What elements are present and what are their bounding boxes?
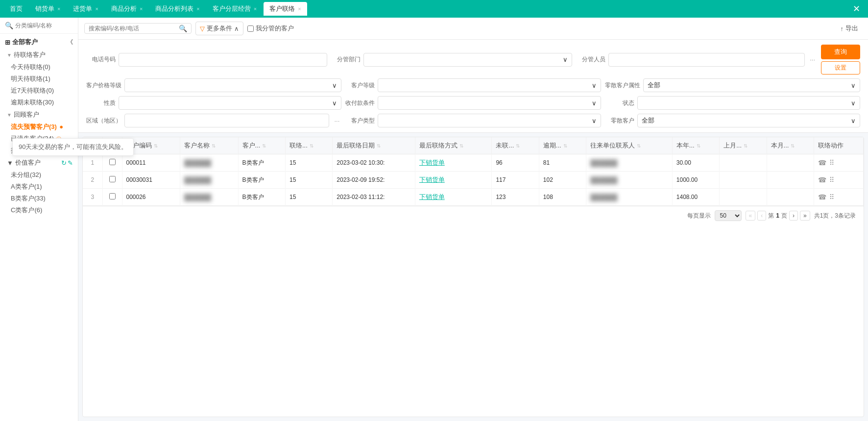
table-row: 1 000011 ██████ B类客户 15 2023-03-02 10:30… — [83, 154, 864, 172]
tab-product-analysis-close[interactable]: × — [140, 6, 143, 12]
th-no-contact[interactable]: 未联...⇅ — [492, 137, 539, 154]
th-overdue[interactable]: 逾期...⇅ — [539, 137, 586, 154]
current-page: 1 — [776, 212, 779, 219]
sidebar-item-a-class[interactable]: A类客户(1) — [0, 181, 78, 193]
filter-price-level-select[interactable]: ∨ — [124, 78, 341, 92]
sidebar-item-overdue[interactable]: 逾期未联络(30) — [0, 97, 78, 108]
sidebar-item-churn-warning[interactable]: 流失预警客户(3) ● — [0, 121, 78, 133]
chevron-down-icon5: ∨ — [332, 99, 337, 107]
table-body: 1 000011 ██████ B类客户 15 2023-03-02 10:30… — [83, 154, 864, 206]
th-this-month[interactable]: 本月...⇅ — [767, 137, 814, 154]
tab-sales[interactable]: 销货单 × — [29, 2, 66, 16]
setting-button[interactable]: 设置 — [821, 61, 860, 74]
sidebar-search-input[interactable] — [15, 22, 78, 29]
filter-scatter-attr-select[interactable]: 全部 ∨ — [643, 78, 860, 92]
filter-person-dots[interactable]: ··· — [808, 56, 817, 63]
tab-home[interactable]: 首页 — [4, 2, 28, 16]
tab-product-list[interactable]: 商品分析列表 × — [149, 2, 205, 16]
sidebar-item-ungrouped[interactable]: 未分组(32) — [0, 169, 78, 181]
cell-checkbox-1[interactable] — [102, 172, 122, 189]
top-tab-bar: 首页 销货单 × 进货单 × 商品分析 × 商品分析列表 × 客户分层经营 × … — [0, 0, 868, 18]
filter-nature-select[interactable]: ∨ — [119, 96, 341, 110]
more-filter-button[interactable]: ▽ 更多条件 ∧ — [195, 22, 243, 35]
filter-dept-select[interactable]: ∨ — [363, 53, 572, 67]
action-phone-icon-2[interactable]: ☎ — [818, 193, 826, 201]
filter-price-level-label: 客户价格等级 — [86, 81, 121, 90]
tab-customer-segment[interactable]: 客户分层经营 × — [207, 2, 263, 16]
window-close-button[interactable]: ✕ — [849, 3, 864, 14]
first-page-button[interactable]: « — [746, 211, 756, 221]
sidebar-item-today[interactable]: 今天待联络(0) — [0, 61, 78, 73]
th-contact-count[interactable]: 联络...⇅ — [285, 137, 332, 154]
last-page-button[interactable]: » — [800, 211, 810, 221]
filter-phone-input[interactable] — [119, 53, 327, 67]
action-more-icon-1[interactable]: ⠿ — [829, 176, 834, 184]
search-input[interactable] — [89, 25, 177, 32]
export-button[interactable]: ↑ 导出 — [837, 22, 863, 35]
th-this-year[interactable]: 本年...⇅ — [672, 137, 719, 154]
cell-overdue-2: 108 — [539, 189, 586, 206]
sidebar-collapse-icon[interactable]: 《 — [67, 38, 73, 47]
sidebar-group-value[interactable]: ▼ 价值客户 ↻ ✎ — [0, 156, 78, 169]
th-name[interactable]: 客户名称⇅ — [180, 137, 239, 154]
sidebar-item-c-class[interactable]: C类客户(6) — [0, 204, 78, 216]
chevron-up-icon: ∧ — [234, 25, 239, 32]
edit-icon[interactable]: ✎ — [68, 159, 73, 167]
cell-last-method-2[interactable]: 下销货单 — [415, 189, 492, 206]
my-customers-checkbox-label[interactable]: 我分管的客户 — [247, 24, 294, 33]
th-last-date[interactable]: 最后联络日期⇅ — [333, 137, 415, 154]
th-last-month[interactable]: 上月...⇅ — [720, 137, 767, 154]
action-phone-icon-0[interactable]: ☎ — [818, 159, 826, 167]
cell-checkbox-2[interactable] — [102, 189, 122, 206]
th-last-method[interactable]: 最后联络方式⇅ — [415, 137, 492, 154]
table-header-row: ⚙ 客户编码⇅ 客户名称⇅ 客户...⇅ 联络...⇅ — [83, 137, 864, 154]
th-action: 联络动作 — [814, 137, 863, 154]
cell-last-method-1[interactable]: 下销货单 — [415, 172, 492, 189]
next-page-button[interactable]: › — [789, 211, 798, 221]
tab-product-analysis[interactable]: 商品分析 × — [105, 2, 148, 16]
filter-customer-level-select[interactable]: ∨ — [378, 78, 601, 92]
sidebar-item-7days[interactable]: 近7天待联络(0) — [0, 85, 78, 97]
refresh-icon[interactable]: ↻ — [61, 159, 67, 167]
all-customers-header[interactable]: ⊞ 全部客户 《 — [0, 34, 78, 49]
cell-overdue-1: 102 — [539, 172, 586, 189]
sort-icon-contact: ⇅ — [310, 143, 313, 149]
tab-customer-segment-close[interactable]: × — [254, 6, 257, 12]
content-area: 🔍 ▽ 更多条件 ∧ 我分管的客户 ↑ 导出 电话号码 — [78, 18, 868, 421]
filter-region-select[interactable] — [124, 114, 329, 127]
action-phone-icon-1[interactable]: ☎ — [818, 176, 826, 184]
sidebar-item-b-class[interactable]: B类客户(33) — [0, 193, 78, 204]
cell-last-date-0: 2023-03-02 10:30: — [333, 154, 415, 172]
chevron-down-icon3: ∨ — [592, 82, 597, 89]
sidebar-group-review[interactable]: ▼ 回顾客户 — [0, 108, 78, 121]
filter-customer-type: 客户类型 ∨ — [345, 114, 601, 127]
filter-payment-select[interactable]: ∨ — [378, 96, 601, 110]
filter-customer-type-select[interactable]: ∨ — [378, 114, 601, 127]
action-more-icon-2[interactable]: ⠿ — [829, 193, 834, 201]
cell-checkbox-0[interactable] — [102, 154, 122, 172]
th-type[interactable]: 客户...⇅ — [238, 137, 285, 154]
tab-purchase-close[interactable]: × — [95, 6, 98, 12]
filter-scatter-customer-select[interactable]: 全部 ∨ — [637, 114, 860, 127]
page-size-select[interactable]: 50 100 — [715, 210, 742, 221]
filter-status-select[interactable]: ∨ — [637, 96, 860, 110]
prev-page-button[interactable]: ‹ — [757, 211, 766, 221]
tab-customer-contact-close[interactable]: × — [298, 6, 301, 12]
my-customers-checkbox[interactable] — [247, 25, 254, 32]
tab-product-list-label: 商品分析列表 — [155, 4, 193, 13]
tab-purchase[interactable]: 进货单 × — [67, 2, 104, 16]
query-button[interactable]: 查询 — [821, 45, 860, 59]
cell-last-method-0[interactable]: 下销货单 — [415, 154, 492, 172]
value-group-actions: ↻ ✎ — [61, 159, 73, 167]
sidebar-group-pending[interactable]: ▼ 待联络客户 — [0, 49, 78, 61]
th-contact-person[interactable]: 往来单位联系人⇅ — [586, 137, 673, 154]
filter-region-dots[interactable]: ··· — [332, 117, 341, 124]
filter-person-select[interactable] — [608, 53, 805, 67]
tab-customer-contact[interactable]: 客户联络 × — [264, 2, 307, 16]
tab-sales-close[interactable]: × — [57, 6, 60, 12]
action-more-icon-0[interactable]: ⠿ — [829, 159, 834, 167]
cell-person-1: ██████ — [586, 172, 673, 189]
sidebar-item-tomorrow[interactable]: 明天待联络(1) — [0, 73, 78, 85]
tab-product-list-close[interactable]: × — [196, 6, 199, 12]
search-button[interactable]: 🔍 — [179, 25, 187, 32]
